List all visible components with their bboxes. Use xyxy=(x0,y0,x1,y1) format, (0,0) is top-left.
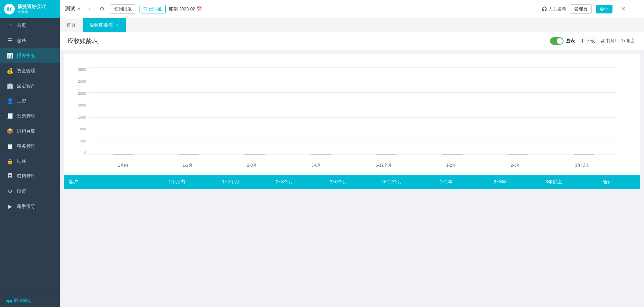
ledger-icon: ☰ xyxy=(7,37,13,44)
col-3plus-year: 3年以上 xyxy=(527,179,581,185)
logo-text: 畅捷通好会计 专业版 xyxy=(17,4,46,14)
y-axis: 2500 2500 2500 2000 1500 1000 500 0 xyxy=(70,68,89,155)
guide-icon: ▶ xyxy=(7,203,13,210)
calendar-icon: 📅 xyxy=(197,6,202,11)
download-button[interactable]: ⬇ 下载 xyxy=(580,38,595,44)
content-area: 应收账龄表 图表 ⬇ 下载 🖨 打印 ↻ 刷新 xyxy=(60,32,644,307)
bar-1-2month xyxy=(179,154,199,155)
sidebar-item-settings[interactable]: ⚙ 设置 xyxy=(0,184,60,199)
main-area: 测试 ▼ + ⚙ 切到旧版 🛡 已认证 账期 2023-02 📅 🎧 人工咨询 … xyxy=(60,0,644,307)
bar-group-1-2month xyxy=(157,154,221,155)
sidebar-item-capital[interactable]: 💰 资金管理 xyxy=(0,63,60,78)
col-2-3year: 2~3年 xyxy=(473,179,527,185)
bar-group-1month xyxy=(91,154,155,155)
sidebar-item-trade[interactable]: 📦 进销台账 xyxy=(0,124,60,139)
settings-button[interactable]: ⚙ xyxy=(97,4,107,14)
table-container: 客户 1个月内 1~2个月 2~3个月 3~6个月 6~12个月 1~2年 2~… xyxy=(64,175,640,189)
page-title: 应收账龄表 xyxy=(68,37,98,45)
dropdown-arrow-icon: ▼ xyxy=(77,7,81,11)
closing-icon: 🔒 xyxy=(7,158,13,165)
window-actions: ✕ ⛶ xyxy=(619,4,639,14)
tabs-bar: 首页 应收账龄表 ✕ xyxy=(60,18,644,32)
refresh-icon: ↻ xyxy=(621,38,625,44)
toggle-track[interactable] xyxy=(550,37,564,45)
report-icon: 📊 xyxy=(7,52,13,59)
page-actions: 图表 ⬇ 下载 🖨 打印 ↻ 刷新 xyxy=(550,37,636,45)
asset-icon: 🏢 xyxy=(7,83,13,89)
period-display[interactable]: 账期 2023-02 📅 xyxy=(169,6,202,12)
shield-icon: 🛡 xyxy=(143,6,148,11)
col-1-2year: 1~2年 xyxy=(419,179,473,185)
topbar: 测试 ▼ + ⚙ 切到旧版 🛡 已认证 账期 2023-02 📅 🎧 人工咨询 … xyxy=(60,0,644,18)
bar-1-2year xyxy=(442,154,463,155)
company-name[interactable]: 测试 ▼ xyxy=(65,6,81,12)
x-axis: 1月内 1-2月 2-3月 3-6月 6-12个月 1-2年 2-3年 3年以上 xyxy=(91,163,616,168)
sidebar: 好 畅捷通好会计 专业版 ⌂ 首页 ☰ 总账 📊 报表中心 💰 资金管理 🏢 固… xyxy=(0,0,60,307)
col-1-2month: 1~2个月 xyxy=(204,179,258,185)
col-1month: 1个月内 xyxy=(150,179,204,185)
sidebar-item-asset[interactable]: 🏢 固定资产 xyxy=(0,78,60,93)
page-header: 应收账龄表 图表 ⬇ 下载 🖨 打印 ↻ 刷新 xyxy=(60,32,644,50)
bar-group-6-12month xyxy=(354,154,419,155)
print-icon: 🖨 xyxy=(600,38,605,44)
settings-icon: ⚙ xyxy=(7,188,13,194)
sidebar-item-tax[interactable]: 📋 税务管理 xyxy=(0,139,60,154)
sidebar-scroll: ⌂ 首页 ☰ 总账 📊 报表中心 💰 资金管理 🏢 固定资产 👤 工资 🧾 发票… xyxy=(0,18,60,294)
sidebar-item-invoice[interactable]: 🧾 发票管理 xyxy=(0,108,60,124)
bar-1month xyxy=(113,154,133,155)
topbar-right: 🎧 人工咨询 管理员 会计 xyxy=(542,4,612,14)
chart-toggle[interactable]: 图表 xyxy=(550,37,575,45)
role-button[interactable]: 会计 xyxy=(596,5,612,13)
trade-icon: 📦 xyxy=(7,128,13,134)
manager-button[interactable]: 管理员 xyxy=(570,4,592,14)
sidebar-pin-button[interactable]: ◀◀ 取消固定 xyxy=(0,294,60,307)
logo-icon: 好 xyxy=(4,4,15,14)
refresh-button[interactable]: ↻ 刷新 xyxy=(621,38,636,44)
bar-2-3month xyxy=(245,154,265,155)
col-2-3month: 2~3个月 xyxy=(258,179,312,185)
tax-icon: 📋 xyxy=(7,143,13,149)
app-logo: 好 畅捷通好会计 专业版 xyxy=(0,0,60,18)
bar-group-1-2year xyxy=(420,154,485,155)
tab-close-icon[interactable]: ✕ xyxy=(116,23,119,28)
chart-container: 2500 2500 2500 2000 1500 1000 500 0 xyxy=(64,54,640,175)
expand-window-button[interactable]: ⛶ xyxy=(629,4,639,14)
sidebar-item-archive[interactable]: 🗄 归档管理 xyxy=(0,169,60,184)
bar-group-2-3month xyxy=(222,154,287,155)
close-window-button[interactable]: ✕ xyxy=(619,4,628,14)
headphone-icon: 🎧 xyxy=(542,6,547,11)
payroll-icon: 👤 xyxy=(7,98,13,104)
tab-home[interactable]: 首页 xyxy=(60,18,83,32)
sidebar-item-closing[interactable]: 🔒 结账 xyxy=(0,154,60,169)
add-button[interactable]: + xyxy=(85,4,94,14)
sidebar-item-ledger[interactable]: ☰ 总账 xyxy=(0,33,60,48)
col-customer: 客户 xyxy=(69,179,150,185)
print-button[interactable]: 🖨 打印 xyxy=(600,38,616,44)
bar-group-2-3year xyxy=(486,154,551,155)
bar-6-12month xyxy=(376,154,396,155)
toggle-thumb xyxy=(557,38,563,44)
capital-icon: 💰 xyxy=(7,68,13,74)
invoice-icon: 🧾 xyxy=(7,113,13,119)
download-icon: ⬇ xyxy=(580,38,584,44)
bar-chart: 2500 2500 2500 2000 1500 1000 500 0 xyxy=(70,61,633,168)
archive-icon: 🗄 xyxy=(7,173,13,179)
bar-3-6month xyxy=(311,154,331,155)
help-button[interactable]: 🎧 人工咨询 xyxy=(542,6,566,12)
bar-group-3plus-year xyxy=(552,154,617,155)
sidebar-item-guide[interactable]: ▶ 新手引导 xyxy=(0,199,60,214)
col-6-12month: 6~12个月 xyxy=(365,179,419,185)
pin-icon: ◀◀ xyxy=(5,298,12,303)
table-header: 客户 1个月内 1~2个月 2~3个月 3~6个月 6~12个月 1~2年 2~… xyxy=(64,175,640,189)
tab-aging[interactable]: 应收账龄表 ✕ xyxy=(83,18,126,32)
sidebar-item-report[interactable]: 📊 报表中心 xyxy=(0,48,60,63)
col-total: 合计 xyxy=(581,179,635,185)
bar-2-3year xyxy=(508,154,528,155)
sidebar-item-payroll[interactable]: 👤 工资 xyxy=(0,93,60,108)
certified-badge: 🛡 已认证 xyxy=(140,5,166,13)
col-3-6month: 3~6个月 xyxy=(312,179,366,185)
bar-group-3-6month xyxy=(288,154,353,155)
sidebar-item-home[interactable]: ⌂ 首页 xyxy=(0,18,60,33)
bars-area xyxy=(91,68,616,155)
switch-version-button[interactable]: 切到旧版 xyxy=(110,4,136,14)
